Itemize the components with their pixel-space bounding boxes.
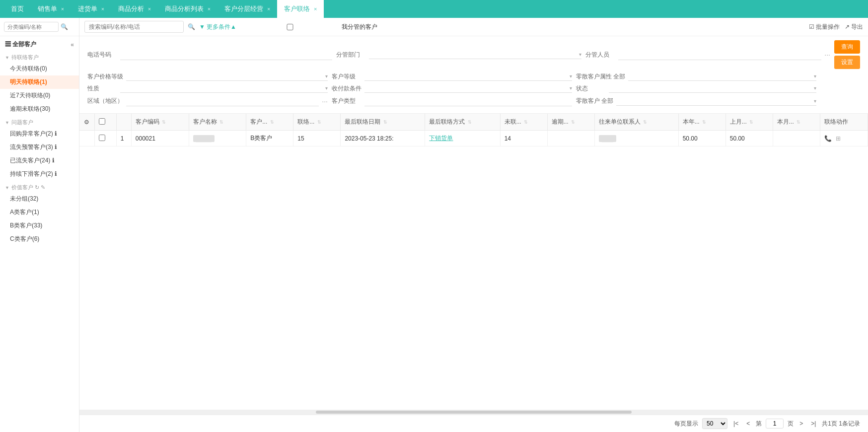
next-page-button[interactable]: > [797, 420, 805, 427]
sidebar-item-c-class[interactable]: C类客户(6) [0, 232, 79, 246]
sidebar-item-declining[interactable]: 持续下滑客户(2) ℹ [0, 167, 79, 181]
filter-payment-select[interactable]: ▾ [364, 84, 572, 93]
filter-customer-type-input[interactable] [364, 96, 572, 106]
filter-dept-select[interactable]: ▾ [369, 50, 581, 59]
sidebar-item-ungrouped[interactable]: 未分组(32) [0, 192, 79, 206]
nav-product-analysis[interactable]: 商品分析 × [111, 0, 158, 18]
sidebar-item-overdue[interactable]: 逾期未联络(30) [0, 102, 79, 116]
filter-retail-attr-select[interactable]: ▾ [628, 72, 816, 81]
row-checkbox[interactable] [99, 135, 105, 141]
nav-product-analysis-list-close[interactable]: × [208, 6, 211, 12]
filter-retail-select[interactable]: ▾ [616, 97, 816, 106]
sidebar-collapse-icon[interactable]: « [71, 41, 74, 48]
filter-phone-input[interactable] [120, 50, 332, 60]
filter-label: 更多条件 [207, 23, 230, 31]
sidebar-item-warning[interactable]: 流失预警客户(3) ℹ [0, 141, 79, 154]
sidebar-all-customers-header[interactable]: ☰ 全部客户 « [0, 36, 79, 51]
nav-purchase-close[interactable]: × [101, 6, 104, 12]
filter-retail-chevron: ▾ [814, 98, 816, 104]
th-settings[interactable]: ⚙ [79, 114, 94, 131]
th-name[interactable]: 客户名称 ⇅ [189, 114, 246, 131]
td-checkbox[interactable] [94, 131, 116, 146]
th-unit-contact[interactable]: 往来单位联系人 ⇅ [594, 114, 678, 131]
per-page-label: 每页显示 [674, 420, 698, 428]
table-header-row: ⚙ 客户编码 ⇅ 客户名称 ⇅ 客户... ⇅ 联络... ⇅ 最后联络日期 ⇅… [79, 114, 868, 131]
nav-customer-management-close[interactable]: × [267, 6, 270, 12]
nav-home[interactable]: 首页 [4, 0, 31, 18]
filter-phone: 电话号码 [87, 50, 332, 60]
sidebar: 🔍 ☰ 全部客户 « 待联络客户 今天待联络(0) 明天待联络(1) 近7天待联… [0, 18, 79, 432]
action-grid-icon[interactable]: ⊞ [836, 135, 841, 142]
th-contact[interactable]: 联络... ⇅ [293, 114, 341, 131]
export-button[interactable]: ↗ 导出 [845, 23, 863, 31]
th-code[interactable]: 客户编码 ⇅ [131, 114, 189, 131]
th-overdue[interactable]: 逾期... ⇅ [547, 114, 594, 131]
td-unit-contact: ███ [594, 131, 678, 146]
filter-retail-label: 零散客户 全部 [576, 97, 613, 105]
sidebar-item-7days[interactable]: 近7天待联络(0) [0, 89, 79, 102]
first-page-button[interactable]: |< [731, 420, 740, 427]
sidebar-item-a-class[interactable]: A类客户(1) [0, 206, 79, 219]
nav-customer-management[interactable]: 客户分层经营 × [217, 0, 277, 18]
query-button[interactable]: 查询 [834, 40, 860, 54]
filter-price-level-select[interactable]: ▾ [126, 72, 328, 81]
sidebar-group-pending: 待联络客户 [0, 51, 79, 62]
select-all-checkbox[interactable] [99, 118, 105, 125]
td-overdue [547, 131, 594, 146]
filter-person-input[interactable] [618, 50, 822, 60]
nav-sales[interactable]: 销售单 × [31, 0, 71, 18]
reset-button[interactable]: 设置 [834, 56, 860, 69]
my-customer-checkbox[interactable] [240, 24, 340, 30]
filter-region-dots[interactable]: ··· [322, 97, 328, 105]
td-last-method[interactable]: 下销货单 [425, 131, 500, 146]
td-contact: 15 [293, 131, 341, 146]
action-phone-icon[interactable]: 📞 [824, 135, 832, 142]
filter-region-input[interactable] [126, 96, 319, 106]
td-last-month: 50.00 [725, 131, 773, 146]
filter-nature: 性质 ▾ [87, 84, 328, 93]
sidebar-item-today[interactable]: 今天待联络(0) [0, 62, 79, 75]
nav-product-analysis-close[interactable]: × [148, 6, 151, 12]
th-last-month[interactable]: 上月... ⇅ [725, 114, 773, 131]
page-size-select[interactable]: 50 100 200 [702, 418, 727, 429]
sidebar-item-abnormal[interactable]: 回购异常客户(2) ℹ [0, 127, 79, 141]
page-input[interactable] [766, 419, 784, 429]
last-method-link[interactable]: 下销货单 [429, 135, 453, 142]
bulk-operation-button[interactable]: ☑ 批量操作 [809, 23, 840, 31]
filter-person-dots[interactable]: ··· [824, 51, 830, 59]
horizontal-scrollbar[interactable] [79, 410, 868, 415]
nav-purchase[interactable]: 进货单 × [71, 0, 111, 18]
th-level[interactable]: 客户... ⇅ [246, 114, 293, 131]
filter-nature-select[interactable]: ▾ [120, 84, 328, 93]
search-input[interactable] [84, 21, 184, 33]
filter-row-3: 性质 ▾ 收付款条件 ▾ 状态 [87, 84, 860, 93]
nav-customer-contact[interactable]: 客户联络 × [277, 0, 324, 18]
th-last-date[interactable]: 最后联络日期 ⇅ [341, 114, 425, 131]
my-customer-checkbox-area[interactable]: 我分管的客户 [240, 23, 377, 31]
search-button[interactable]: 🔍 [188, 23, 195, 30]
prev-page-button[interactable]: < [744, 420, 752, 427]
sidebar-item-b-class[interactable]: B类客户(33) [0, 219, 79, 232]
filter-action-area: 查询 设置 [834, 40, 860, 69]
nav-product-analysis-list[interactable]: 商品分析列表 × [158, 0, 217, 18]
scrollbar-thumb[interactable] [316, 411, 631, 414]
nav-customer-contact-close[interactable]: × [314, 6, 317, 12]
filter-customer-level-select[interactable]: ▾ [364, 72, 572, 81]
sidebar-item-tomorrow[interactable]: 明天待联络(1) [0, 75, 79, 89]
action-icons: 📞 ⊞ [824, 135, 864, 142]
nav-sales-close[interactable]: × [61, 6, 64, 12]
last-page-button[interactable]: >| [809, 420, 818, 427]
td-this-year: 50.00 [678, 131, 725, 146]
th-checkbox[interactable] [94, 114, 116, 131]
export-icon: ↗ [845, 23, 850, 30]
sidebar-search-input[interactable] [4, 22, 59, 32]
th-this-month[interactable]: 本月... ⇅ [773, 114, 820, 131]
filter-more-button[interactable]: ▼ 更多条件 ▲ [199, 23, 236, 31]
sidebar-search-icon[interactable]: 🔍 [61, 23, 68, 30]
th-last-method[interactable]: 最后联络方式 ⇅ [425, 114, 500, 131]
sidebar-item-lost[interactable]: 已流失客户(24) ℹ [0, 154, 79, 167]
filter-status-select[interactable]: ▾ [609, 84, 816, 93]
th-this-year[interactable]: 本年... ⇅ [678, 114, 725, 131]
filter-dept-chevron: ▾ [579, 52, 581, 57]
th-not-contacted[interactable]: 未联... ⇅ [500, 114, 547, 131]
